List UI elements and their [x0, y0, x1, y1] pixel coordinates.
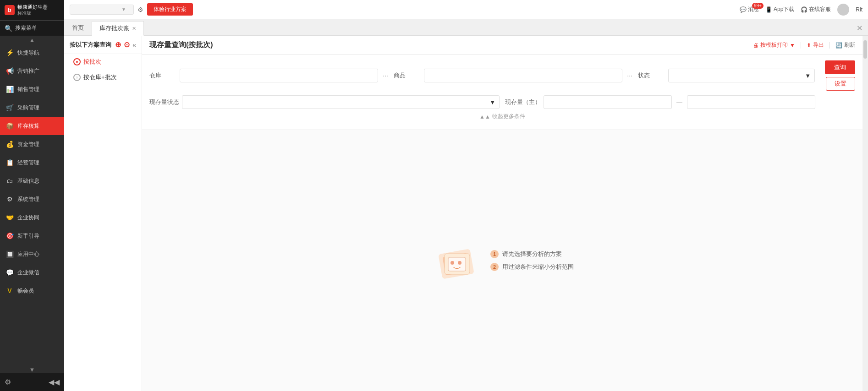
right-scrollbar[interactable]	[863, 36, 868, 391]
sidebar-item-apps[interactable]: 🔲 应用中心	[0, 245, 64, 263]
topbar: ▼ ⚙ 体验行业方案 💬 消息 99+ 📱 App下载 🎧 在线客服	[64, 0, 868, 19]
refresh-btn[interactable]: 🔄 刷新	[835, 41, 855, 49]
collapse-up-icon: ▲▲	[479, 114, 490, 120]
topbar-right: 💬 消息 99+ 📱 App下载 🎧 在线客服 Rit	[740, 4, 863, 16]
trial-btn[interactable]: 体验行业方案	[147, 3, 193, 16]
query-btn[interactable]: 查询	[825, 60, 855, 74]
service-label: 在线客服	[809, 5, 831, 13]
sidebar-item-inventory[interactable]: 📦 库存核算	[0, 117, 64, 135]
close-panel-btn[interactable]: ✕	[851, 21, 868, 35]
app-download-label: App下载	[774, 5, 794, 13]
sidebar-scroll-up[interactable]: ▲	[0, 36, 64, 43]
sidebar-item-system[interactable]: ⚙ 系统管理	[0, 190, 64, 208]
sidebar-search[interactable]: 🔍 搜索菜单	[0, 21, 64, 36]
sidebar-item-marketing[interactable]: 📢 营销推广	[0, 62, 64, 80]
sidebar-item-member[interactable]: V 畅会员	[0, 282, 64, 300]
inventory-status-select[interactable]: ▼	[182, 95, 500, 109]
inventory-icon: 📦	[5, 122, 14, 130]
warehouse-input[interactable]	[180, 69, 378, 82]
sidebar-scroll-down[interactable]: ▼	[0, 366, 64, 373]
sidebar-item-label: 新手引导	[17, 232, 39, 240]
message-badge: 99+	[752, 3, 764, 9]
scheme-settings-icon[interactable]: ⊙	[124, 40, 130, 49]
sidebar-item-wechat[interactable]: 💬 企业微信	[0, 263, 64, 282]
scheme-item-warehouse-batch[interactable]: ○ 按仓库+批次	[64, 70, 142, 85]
status-select[interactable]: ▼	[668, 69, 815, 82]
product-more-icon[interactable]: ···	[627, 72, 632, 79]
svg-rect-3	[448, 257, 466, 271]
sidebar-header: b 畅康通好生意 标准版	[0, 0, 64, 21]
user-avatar[interactable]	[837, 4, 849, 16]
warehouse-field: 仓库 ···	[149, 69, 388, 82]
empty-state: 1 请先选择要分析的方案 2 用过滤条件来缩小分析范围	[142, 130, 863, 391]
inventory-status-dropdown-icon: ▼	[489, 99, 495, 106]
sidebar-item-enterprise[interactable]: 🤝 企业协同	[0, 208, 64, 227]
collapse-sidebar-icon[interactable]: ◀◀	[49, 378, 60, 386]
step-2-text: 用过滤条件来缩小分析范围	[502, 263, 574, 271]
service-icon: 🎧	[801, 6, 808, 13]
search-icon: 🔍	[5, 25, 12, 32]
message-btn[interactable]: 💬 消息 99+	[740, 5, 759, 13]
sidebar-item-operations[interactable]: 📋 经营管理	[0, 153, 64, 172]
topbar-search-box[interactable]: ▼	[70, 5, 134, 15]
inventory-qty-max-input[interactable]	[687, 95, 815, 109]
sidebar-item-sales[interactable]: 📊 销售管理	[0, 80, 64, 98]
topbar-dropdown-icon: ▼	[121, 7, 126, 12]
inventory-qty-field: 现存量（主） —	[505, 95, 855, 109]
app-logo: b	[5, 5, 15, 15]
collapse-label: 收起更多条件	[492, 113, 525, 120]
scheme-active-icon: ●	[73, 58, 81, 65]
svg-point-5	[458, 261, 461, 265]
filter-row-2: 现存量状态 ▼ 现存量（主） —	[149, 95, 855, 109]
topbar-search-input[interactable]	[74, 6, 120, 13]
tab-home[interactable]: 首页	[64, 21, 92, 35]
sidebar-item-label: 资金管理	[17, 141, 39, 148]
finance-icon: 💰	[5, 140, 14, 148]
app-subtitle: 标准版	[17, 10, 48, 16]
scheme-outline-icon: ○	[73, 74, 81, 81]
message-icon: 💬	[740, 6, 747, 13]
product-input[interactable]	[424, 69, 622, 82]
sidebar-item-basic-info[interactable]: 🗂 基础信息	[0, 172, 64, 190]
inventory-qty-label: 现存量（主）	[505, 98, 541, 106]
shortcuts-icon: ⚡	[5, 49, 14, 57]
print-btn[interactable]: 🖨 按模板打印 ▼	[753, 41, 795, 49]
sidebar-item-guide[interactable]: 🎯 新手引导	[0, 227, 64, 245]
sidebar-item-label: 基础信息	[17, 177, 39, 185]
sidebar-footer: ⚙ ◀◀	[0, 373, 64, 391]
qty-dash: —	[675, 99, 684, 106]
scroll-handle	[863, 40, 867, 59]
step-2-num: 2	[490, 263, 499, 271]
add-scheme-btn[interactable]: ⊕	[115, 40, 121, 49]
collapse-left-panel-icon[interactable]: «	[132, 41, 136, 49]
sidebar-item-purchase[interactable]: 🛒 采购管理	[0, 98, 64, 117]
tab-batch-account[interactable]: 库存批次账 ✕	[92, 21, 144, 36]
scheme-item-batch[interactable]: ● 按批次	[64, 54, 142, 70]
guide-icon: 🎯	[5, 232, 14, 240]
sidebar-item-label: 销售管理	[17, 86, 39, 93]
page-header: 现存量查询(按批次) 🖨 按模板打印 ▼ ⬆ 导出	[142, 36, 863, 55]
sidebar-item-label: 快捷导航	[17, 49, 39, 57]
operations-icon: 📋	[5, 158, 14, 167]
divider2	[830, 42, 830, 49]
app-download-btn[interactable]: 📱 App下载	[765, 5, 794, 13]
settings-footer-icon[interactable]: ⚙	[5, 378, 11, 386]
warehouse-more-icon[interactable]: ···	[383, 72, 388, 79]
inventory-qty-min-input[interactable]	[544, 95, 672, 109]
status-field: 状态 ▼	[638, 69, 815, 82]
tab-close-icon[interactable]: ✕	[132, 26, 136, 32]
sidebar-item-label: 库存核算	[17, 122, 39, 130]
sidebar-item-shortcuts[interactable]: ⚡ 快捷导航	[0, 43, 64, 62]
filter-row-1: 仓库 ··· 商品 ··· 状态	[149, 60, 855, 91]
left-panel: 按以下方案查询 ⊕ ⊙ « ● 按批次 ○ 按仓库+批次	[64, 36, 142, 391]
topbar-gear-icon[interactable]: ⚙	[137, 6, 143, 13]
set-btn[interactable]: 设置	[826, 77, 855, 91]
collapse-more-btn[interactable]: ▲▲ 收起更多条件	[149, 109, 855, 124]
online-service-btn[interactable]: 🎧 在线客服	[801, 5, 831, 13]
sidebar-item-finance[interactable]: 💰 资金管理	[0, 135, 64, 153]
content-area: 按以下方案查询 ⊕ ⊙ « ● 按批次 ○ 按仓库+批次	[64, 36, 868, 391]
right-content: 现存量查询(按批次) 🖨 按模板打印 ▼ ⬆ 导出	[142, 36, 863, 391]
empty-icon	[431, 238, 477, 283]
export-btn[interactable]: ⬆ 导出	[807, 41, 824, 49]
wechat-icon: 💬	[5, 268, 14, 277]
